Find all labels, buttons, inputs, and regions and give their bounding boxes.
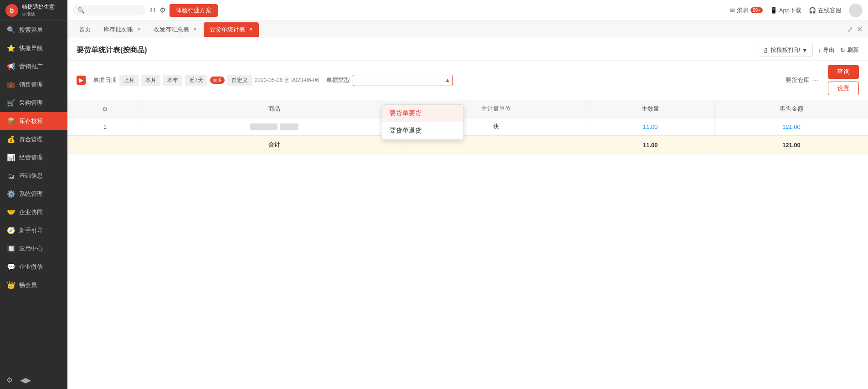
page-content: 要货单统计表(按商品) 🖨 按模板打印 ▼ ↓ 导出 ↻ 刷新 ▶: [67, 38, 868, 389]
sidebar-item-purchase[interactable]: 🛒 采购管理: [0, 94, 67, 112]
sidebar-item-quicknav[interactable]: ⭐ 快捷导航: [0, 39, 67, 57]
app-logo: b 畅捷通好生意 标准版: [0, 0, 67, 21]
compass-icon: 🧭: [6, 226, 15, 235]
type-filter-label: 单据类型: [326, 76, 350, 84]
messages-button[interactable]: ✉ 消息 99+: [730, 6, 763, 15]
sidebar-bottom: ⚙ ◀▶: [0, 371, 67, 389]
star-icon: ⭐: [6, 44, 15, 53]
print-button[interactable]: 🖨 按模板打印 ▼: [758, 44, 813, 56]
settings-bottom-icon[interactable]: ⚙: [6, 376, 13, 384]
main-area: 🔍 41 ⚙ 体验行业方案 ✉ 消息 99+ 📱 App下载 🎧 在线客服: [67, 0, 868, 389]
footer-amount: 121.00: [714, 136, 868, 154]
page-actions: 🖨 按模板打印 ▼ ↓ 导出 ↻ 刷新: [758, 44, 859, 56]
sidebar-item-system[interactable]: ⚙️ 系统管理: [0, 185, 67, 203]
messages-badge: 99+: [750, 7, 763, 13]
trial-button[interactable]: 体验行业方案: [169, 4, 218, 17]
tab-close-summary[interactable]: ✕: [193, 26, 197, 32]
filter-toggle-button[interactable]: ▶: [77, 76, 86, 85]
page-header: 要货单统计表(按商品) 🖨 按模板打印 ▼ ↓ 导出 ↻ 刷新: [67, 38, 868, 61]
query-button[interactable]: 查询: [828, 65, 859, 79]
cell-amount: 121.00: [714, 118, 868, 136]
type-filter-input[interactable]: [353, 75, 453, 86]
online-service-button[interactable]: 🎧 在线客服: [809, 6, 842, 15]
footer-empty1: [67, 136, 143, 154]
dropdown-item-order[interactable]: 要货单要货: [382, 105, 463, 122]
tab-close-inventory-batch[interactable]: ✕: [137, 26, 141, 32]
sidebar-item-guide[interactable]: 🧭 新手引导: [0, 221, 67, 240]
topbar: 🔍 41 ⚙ 体验行业方案 ✉ 消息 99+ 📱 App下载 🎧 在线客服: [67, 0, 868, 21]
date-lastmonth-btn[interactable]: 上月: [119, 75, 139, 86]
warehouse-more-icon[interactable]: ···: [812, 76, 819, 85]
sidebar-item-sales[interactable]: 💼 销售管理: [0, 76, 67, 94]
inventory-icon: 📦: [6, 117, 15, 126]
table-footer: 合计 11.00 121.00: [67, 136, 868, 154]
tab-expand-icon[interactable]: ⤢: [847, 25, 853, 34]
quantity-link[interactable]: 11.00: [643, 123, 658, 130]
sidebar: b 畅捷通好生意 标准版 🔍 搜索菜单 ⭐ 快捷导航 📢 营销推广 💼 销售管理…: [0, 0, 67, 389]
th-settings[interactable]: ⚙: [67, 100, 143, 118]
type-filter-arrow-icon: ▲: [445, 77, 450, 83]
footer-label: 合计: [143, 136, 406, 154]
app-download-button[interactable]: 📱 App下载: [770, 6, 801, 15]
date-thismonth-btn[interactable]: 本月: [141, 75, 160, 86]
sidebar-item-finance[interactable]: 💰 资金管理: [0, 130, 67, 148]
topbar-gear-icon[interactable]: ⚙: [159, 6, 166, 15]
print-dropdown-icon: ▼: [802, 47, 808, 54]
finance-icon: 💰: [6, 135, 15, 144]
phone-icon: 📱: [770, 7, 777, 14]
handshake-icon: 🤝: [6, 208, 15, 217]
sidebar-item-cooperation[interactable]: 🤝 企业协同: [0, 203, 67, 221]
cart-icon: 🛒: [6, 98, 15, 107]
cell-quantity: 11.00: [586, 118, 714, 136]
topbar-search-box[interactable]: 🔍: [73, 5, 146, 15]
cell-index: 1: [67, 118, 143, 136]
table-row: 1 块 11.00 121.00: [67, 118, 868, 136]
folder-icon: 🗂: [6, 171, 15, 180]
cell-product: [143, 118, 406, 136]
tabbar: 首页 库存批次账 ✕ 收发存汇总表 ✕ 要货单统计表 ✕ ⤢ ✕: [67, 21, 868, 38]
sidebar-item-inventory[interactable]: 📦 库存核算: [0, 112, 67, 130]
date-filter-label: 单据日期: [93, 76, 117, 84]
sidebar-item-member[interactable]: 👑 畅会员: [0, 276, 67, 294]
tab-home[interactable]: 首页: [73, 22, 97, 37]
table-body: 1 块 11.00 121.00: [67, 118, 868, 136]
topbar-right: ✉ 消息 99+ 📱 App下载 🎧 在线客服: [730, 4, 863, 17]
sidebar-item-search[interactable]: 🔍 搜索菜单: [0, 21, 67, 39]
export-icon: ↓: [818, 47, 822, 54]
th-quantity: 主数量: [586, 100, 714, 118]
warehouse-filter-group: 要货仓库 ···: [786, 76, 821, 85]
type-filter-group: 单据类型 ▲: [326, 75, 453, 86]
sidebar-item-basicinfo[interactable]: 🗂 基础信息: [0, 167, 67, 185]
gear-icon: ⚙️: [6, 189, 15, 199]
date-thisyear-btn[interactable]: 本年: [163, 75, 182, 86]
th-product: 商品: [143, 100, 406, 118]
sidebar-item-appcenter[interactable]: 🔲 应用中心: [0, 240, 67, 258]
tab-summary[interactable]: 收发存汇总表 ✕: [148, 22, 203, 37]
search-input[interactable]: [87, 7, 124, 14]
dropdown-item-return[interactable]: 要货单退货: [382, 122, 463, 139]
sidebar-item-wecom[interactable]: 💬 企业微信: [0, 258, 67, 276]
amount-link[interactable]: 121.00: [782, 123, 801, 130]
date-custom-btn[interactable]: 自定义: [227, 75, 252, 86]
footer-quantity: 11.00: [586, 136, 714, 154]
user-avatar[interactable]: [849, 4, 863, 17]
export-button[interactable]: ↓ 导出: [818, 46, 835, 54]
tab-order-stats[interactable]: 要货单统计表 ✕: [204, 22, 259, 37]
sidebar-item-operation[interactable]: 📊 经营管理: [0, 148, 67, 167]
table-header: ⚙ 商品 主计量单位 主数量 零售金额: [67, 100, 868, 118]
headset-icon: 🎧: [809, 7, 816, 14]
tab-close-all-icon[interactable]: ✕: [857, 25, 863, 34]
collapse-icon[interactable]: ◀▶: [20, 376, 31, 384]
date-last7days-btn[interactable]: 近7天: [185, 75, 207, 86]
refresh-button[interactable]: ↻ 刷新: [840, 46, 859, 54]
sidebar-nav: 🔍 搜索菜单 ⭐ 快捷导航 📢 营销推广 💼 销售管理 🛒 采购管理 📦 库存核…: [0, 21, 67, 371]
tab-inventory-batch[interactable]: 库存批次账 ✕: [98, 22, 147, 37]
tab-close-order-stats[interactable]: ✕: [249, 26, 253, 32]
sidebar-item-marketing[interactable]: 📢 营销推广: [0, 57, 67, 76]
search-input-icon: 🔍: [77, 7, 85, 14]
settings-button[interactable]: 设置: [828, 82, 859, 95]
type-filter-wrapper: ▲: [353, 75, 453, 86]
data-table: ⚙ 商品 主计量单位 主数量 零售金额 1: [67, 100, 868, 154]
refresh-icon: ↻: [840, 47, 845, 54]
date-more-badge[interactable]: 更多: [210, 77, 225, 84]
